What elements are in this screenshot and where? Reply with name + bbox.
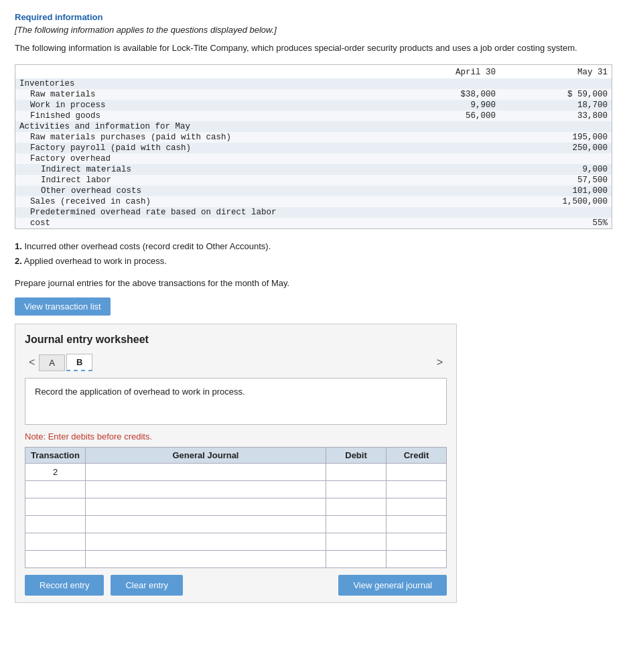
table-cell-april	[388, 186, 500, 196]
journal-transaction-cell	[25, 481, 86, 498]
table-cell-may: 101,000	[500, 186, 612, 196]
journal-general-cell[interactable]	[86, 516, 326, 533]
journal-table-row	[25, 533, 447, 551]
record-entry-button[interactable]: Record entry	[25, 575, 104, 596]
journal-credit-input[interactable]	[391, 467, 442, 477]
info-table-wrapper: April 30 May 31 InventoriesRaw materials…	[15, 64, 612, 229]
table-cell-may	[500, 121, 612, 132]
table-cell-label: Factory payroll (paid with cash)	[15, 143, 388, 153]
journal-transaction-cell: 2	[25, 464, 86, 481]
clear-entry-button[interactable]: Clear entry	[111, 575, 183, 596]
journal-general-input[interactable]	[90, 554, 322, 564]
view-transaction-button[interactable]: View transaction list	[15, 297, 111, 316]
col-credit-header: Credit	[387, 448, 447, 464]
worksheet-container: Journal entry worksheet < A B > Record t…	[15, 324, 457, 603]
action-buttons-row: Record entry Clear entry View general jo…	[25, 575, 447, 596]
col-debit-header: Debit	[326, 448, 387, 464]
journal-table-row	[25, 551, 447, 568]
table-cell-label: Indirect labor	[15, 175, 388, 186]
table-row: Indirect materials9,000	[15, 164, 612, 175]
tab-prev-button[interactable]: <	[25, 355, 39, 370]
table-row: Raw materials purchases (paid with cash)…	[15, 132, 612, 143]
journal-credit-input[interactable]	[391, 484, 442, 494]
journal-debit-input[interactable]	[330, 484, 382, 494]
journal-credit-cell[interactable]	[387, 551, 447, 568]
table-cell-may: 250,000	[500, 143, 612, 153]
table-cell-april: 9,900	[388, 100, 500, 111]
journal-credit-input[interactable]	[391, 554, 442, 564]
table-cell-april	[388, 164, 500, 175]
required-label: Required information	[15, 12, 612, 22]
table-row: Predetermined overhead rate based on dir…	[15, 207, 612, 218]
journal-general-cell[interactable]	[86, 464, 326, 481]
journal-credit-cell[interactable]	[387, 516, 447, 533]
journal-general-cell[interactable]	[86, 481, 326, 498]
tab-b-button[interactable]: B	[66, 354, 92, 371]
journal-general-cell[interactable]	[86, 498, 326, 516]
journal-credit-input[interactable]	[391, 537, 442, 547]
instruction-box: Record the application of overhead to wo…	[25, 378, 447, 425]
table-row: Raw materials$38,000$ 59,000	[15, 89, 612, 100]
journal-general-input[interactable]	[90, 502, 322, 512]
table-cell-april	[388, 132, 500, 143]
journal-transaction-cell	[25, 498, 86, 516]
journal-debit-cell[interactable]	[326, 551, 387, 568]
table-row: Factory payroll (paid with cash)250,000	[15, 143, 612, 153]
table-cell-april: $38,000	[388, 89, 500, 100]
journal-general-input[interactable]	[90, 537, 322, 547]
table-cell-may	[500, 78, 612, 89]
journal-debit-input[interactable]	[330, 467, 382, 477]
journal-debit-input[interactable]	[330, 519, 382, 529]
journal-debit-cell[interactable]	[326, 533, 387, 551]
table-cell-label: Sales (received in cash)	[15, 196, 388, 207]
col-may-header: May 31	[500, 65, 612, 78]
view-general-journal-button[interactable]: View general journal	[338, 575, 447, 596]
journal-debit-cell[interactable]	[326, 464, 387, 481]
table-cell-may: 57,500	[500, 175, 612, 186]
journal-table-row: 2	[25, 464, 447, 481]
table-row: Finished goods56,00033,800	[15, 111, 612, 121]
table-cell-label: Inventories	[15, 78, 388, 89]
table-cell-may: 55%	[500, 218, 612, 228]
journal-debit-cell[interactable]	[326, 516, 387, 533]
journal-general-cell[interactable]	[86, 551, 326, 568]
journal-debit-input[interactable]	[330, 537, 382, 547]
description-text: The following information is available f…	[15, 42, 612, 55]
table-row: Activities and information for May	[15, 121, 612, 132]
note-text: Note: Enter debits before credits.	[25, 431, 447, 442]
journal-credit-input[interactable]	[391, 519, 442, 529]
journal-general-input[interactable]	[90, 519, 322, 529]
journal-debit-cell[interactable]	[326, 481, 387, 498]
tab-a-button[interactable]: A	[39, 354, 65, 371]
journal-general-input[interactable]	[90, 484, 322, 494]
journal-transaction-cell	[25, 533, 86, 551]
page-wrapper: Required information [The following info…	[0, 0, 627, 672]
table-row: Factory overhead	[15, 153, 612, 164]
table-cell-label: Raw materials	[15, 89, 388, 100]
table-cell-label: Raw materials purchases (paid with cash)	[15, 132, 388, 143]
journal-debit-cell[interactable]	[326, 498, 387, 516]
journal-general-input[interactable]	[90, 467, 322, 477]
journal-credit-cell[interactable]	[387, 498, 447, 516]
table-cell-april	[388, 196, 500, 207]
journal-credit-input[interactable]	[391, 502, 442, 512]
question-2: 2. Applied overhead to work in process.	[15, 255, 612, 269]
journal-credit-cell[interactable]	[387, 481, 447, 498]
table-cell-label: Activities and information for May	[15, 121, 388, 132]
question-1: 1. Incurred other overhead costs (record…	[15, 240, 612, 254]
col-transaction-header: Transaction	[25, 448, 86, 464]
journal-credit-cell[interactable]	[387, 533, 447, 551]
table-row: Indirect labor57,500	[15, 175, 612, 186]
table-cell-may	[500, 207, 612, 218]
table-cell-label: Work in process	[15, 100, 388, 111]
table-cell-may: 195,000	[500, 132, 612, 143]
tab-next-button[interactable]: >	[433, 355, 447, 370]
table-cell-may: 9,000	[500, 164, 612, 175]
journal-debit-input[interactable]	[330, 554, 382, 564]
journal-general-cell[interactable]	[86, 533, 326, 551]
table-cell-may: 1,500,000	[500, 196, 612, 207]
journal-table-row	[25, 516, 447, 533]
journal-debit-input[interactable]	[330, 502, 382, 512]
prepare-text: Prepare journal entries for the above tr…	[15, 278, 612, 288]
journal-credit-cell[interactable]	[387, 464, 447, 481]
